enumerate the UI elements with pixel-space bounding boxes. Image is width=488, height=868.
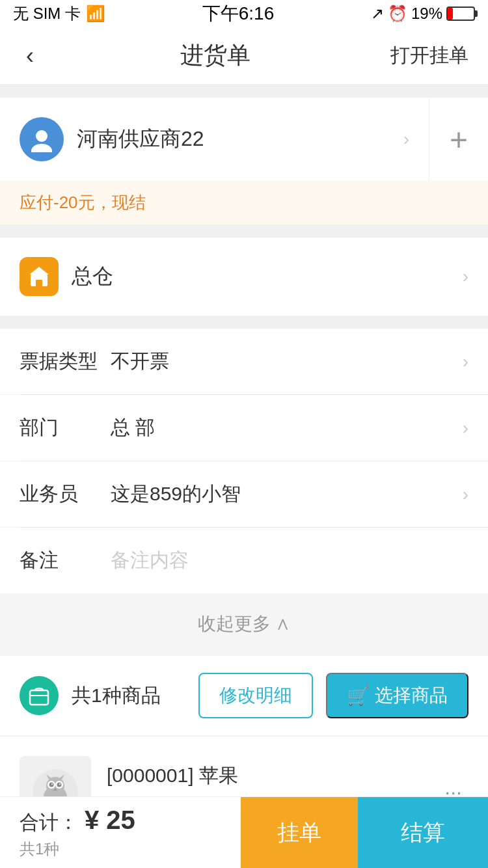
divider-1 [0,85,488,98]
salesperson-row[interactable]: 业务员 这是859的小智 › [0,461,488,527]
supplier-avatar [20,117,64,161]
svg-rect-4 [36,280,42,286]
total-section: 合计： ¥ 25 共1种 [0,797,241,868]
product-name: [0000001] 苹果 [107,763,422,789]
invoice-type-row[interactable]: 票据类型 不开票 › [0,329,488,394]
total-amount: ¥ 25 [85,806,135,835]
battery-percent: 19% [411,5,442,23]
svg-point-13 [57,783,62,787]
status-time: 下午6:16 [202,1,275,26]
products-icon [20,676,59,715]
supplier-name: 河南供应商22 [77,125,397,154]
remark-placeholder: 备注内容 [111,547,468,574]
select-product-button[interactable]: 🛒 选择商品 [326,673,468,718]
product-name-text: 苹果 [199,765,238,786]
collapse-label: 收起更多 ∧ [198,612,291,636]
salesperson-value: 这是859的小智 [111,481,456,508]
collapse-button[interactable]: 收起更多 ∧ [0,593,488,655]
chevron-right-icon: › [463,266,468,287]
location-icon: ↗ [371,5,384,23]
svg-point-1 [31,144,52,152]
warehouse-selector[interactable]: 总仓 › [0,237,488,316]
remark-label: 备注 [20,547,111,574]
status-right: ↗ ⏰ 19% [371,5,475,23]
alarm-icon: ⏰ [388,5,407,23]
chevron-right-icon: › [463,484,468,505]
svg-point-0 [36,130,47,142]
svg-rect-5 [30,690,48,705]
warning-banner: 应付-20元，现结 [0,181,488,224]
page-title: 进货单 [180,40,251,72]
svg-point-12 [49,783,54,787]
status-bar: 无 SIM 卡 📶 下午6:16 ↗ ⏰ 19% [0,0,488,27]
svg-point-14 [51,783,53,785]
modify-detail-button[interactable]: 修改明细 [198,673,313,718]
select-product-label: 选择商品 [375,683,448,708]
cart-icon: 🛒 [347,685,370,707]
supplier-section: 河南供应商22 › + [0,98,488,181]
nav-bar: ‹ 进货单 打开挂单 [0,27,488,85]
carrier-text: 无 SIM 卡 [13,3,81,24]
products-count: 共1种商品 [72,683,185,709]
battery-icon [446,7,475,21]
department-label: 部门 [20,414,111,441]
total-label-text: 合计： [20,809,78,836]
back-button[interactable]: ‹ [20,36,40,76]
warehouse-name: 总仓 [72,262,456,291]
supplier-selector[interactable]: 河南供应商22 › [0,98,429,181]
chevron-right-icon: › [463,418,468,439]
salesperson-label: 业务员 [20,481,111,508]
divider-2 [0,224,488,237]
warehouse-icon [20,257,59,296]
products-header: 共1种商品 修改明细 🛒 选择商品 [0,656,488,735]
open-pending-button[interactable]: 打开挂单 [390,42,468,69]
svg-marker-3 [29,267,49,275]
wifi-icon: 📶 [86,5,105,23]
hang-button[interactable]: 挂单 [241,797,358,868]
divider-3 [0,316,488,329]
invoice-type-value: 不开票 [111,348,456,375]
settle-button[interactable]: 结算 [358,797,488,868]
total-label-row: 合计： ¥ 25 [20,806,221,836]
remark-row[interactable]: 备注 备注内容 [0,528,488,593]
chevron-right-icon: › [403,129,409,150]
total-count: 共1种 [20,839,221,860]
chevron-right-icon: › [463,351,468,372]
svg-point-15 [59,783,61,785]
add-supplier-button[interactable]: + [429,98,488,181]
product-code: [0000001] [107,765,193,786]
warning-text: 应付-20元，现结 [20,193,146,212]
status-carrier: 无 SIM 卡 📶 [13,3,105,24]
department-value: 总 部 [111,414,456,441]
bottom-bar: 合计： ¥ 25 共1种 挂单 结算 [0,796,488,868]
invoice-type-label: 票据类型 [20,348,111,375]
settle-label: 结算 [401,818,445,848]
department-row[interactable]: 部门 总 部 › [0,395,488,461]
hang-label: 挂单 [277,818,321,848]
